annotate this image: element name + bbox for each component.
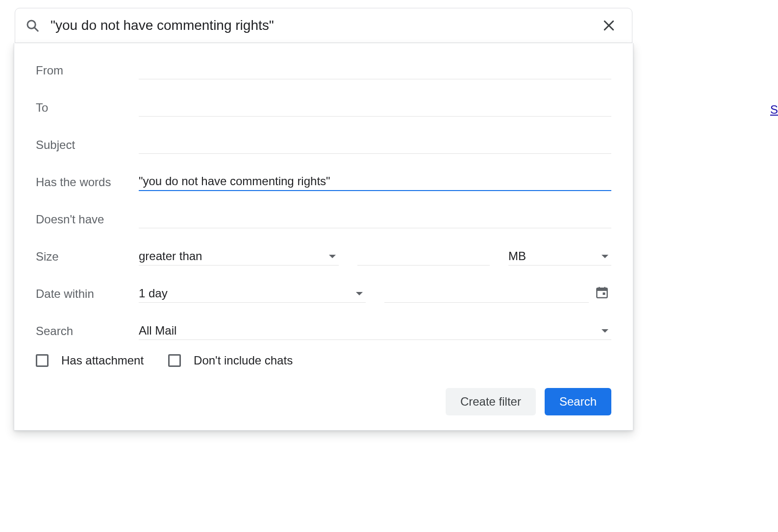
size-operator-select[interactable]: greater than <box>139 247 339 266</box>
date-input[interactable] <box>384 285 589 303</box>
to-label: To <box>36 101 139 117</box>
doesnt-have-input[interactable] <box>139 210 611 228</box>
advanced-search-panel: From To Subject Has the words Doesn't ha <box>14 43 633 431</box>
subject-input[interactable] <box>139 136 611 154</box>
search-in-value: All Mail <box>139 324 176 338</box>
size-label: Size <box>36 250 139 266</box>
date-within-label: Date within <box>36 287 139 303</box>
chevron-down-icon <box>356 292 363 295</box>
size-unit-value: MB <box>508 249 526 263</box>
search-button[interactable]: Search <box>545 388 611 415</box>
svg-line-1 <box>34 27 38 31</box>
chevron-down-icon <box>329 255 336 258</box>
size-value-input[interactable] <box>357 247 490 266</box>
to-input[interactable] <box>139 98 611 117</box>
search-icon <box>25 18 40 33</box>
close-button[interactable] <box>599 15 619 36</box>
close-icon <box>602 18 616 33</box>
svg-rect-6 <box>603 292 605 295</box>
doesnt-have-label: Doesn't have <box>36 213 139 228</box>
from-input[interactable] <box>139 61 611 79</box>
has-attachment-label: Has attachment <box>61 354 144 367</box>
size-operator-value: greater than <box>139 249 202 263</box>
checkbox-icon <box>168 354 181 367</box>
has-words-input[interactable] <box>139 172 611 191</box>
create-filter-button[interactable]: Create filter <box>446 388 536 415</box>
search-bar <box>15 8 632 43</box>
from-label: From <box>36 64 139 79</box>
search-in-select[interactable]: All Mail <box>139 322 611 340</box>
chevron-down-icon <box>602 329 608 333</box>
chevron-down-icon <box>602 255 608 258</box>
search-input[interactable] <box>40 18 599 33</box>
calendar-button[interactable] <box>589 285 611 302</box>
search-in-label: Search <box>36 324 139 340</box>
background-link-fragment[interactable]: S <box>770 103 778 117</box>
date-range-select[interactable]: 1 day <box>139 285 366 303</box>
size-unit-select[interactable]: MB <box>508 247 611 266</box>
has-attachment-checkbox[interactable]: Has attachment <box>36 354 144 367</box>
checkbox-icon <box>36 354 49 367</box>
svg-rect-5 <box>597 288 607 291</box>
exclude-chats-label: Don't include chats <box>194 354 293 367</box>
exclude-chats-checkbox[interactable]: Don't include chats <box>168 354 293 367</box>
has-words-label: Has the words <box>36 175 139 191</box>
calendar-icon <box>595 294 609 301</box>
subject-label: Subject <box>36 138 139 154</box>
date-range-value: 1 day <box>139 287 168 300</box>
